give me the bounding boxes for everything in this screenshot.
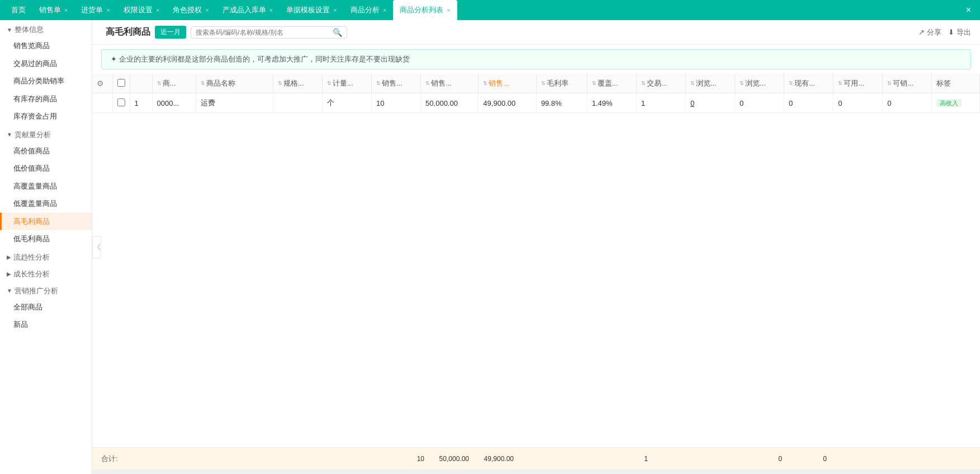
sidebar-item-low-coverage[interactable]: 低覆盖量商品 bbox=[0, 195, 92, 213]
row-sellable: 0 bbox=[883, 93, 932, 113]
close-icon[interactable]: × bbox=[447, 7, 450, 13]
footer-sales-cost: 49,900.00 bbox=[474, 455, 518, 463]
col-sales-amount[interactable]: ⇅销售... bbox=[421, 74, 479, 93]
col-available-stock[interactable]: ⇅可用... bbox=[834, 74, 883, 93]
col-browse2[interactable]: ⇅浏览... bbox=[735, 74, 784, 93]
close-icon[interactable]: × bbox=[205, 7, 209, 13]
horizontal-scrollbar[interactable] bbox=[92, 470, 980, 474]
export-button[interactable]: ⬇ 导出 bbox=[948, 27, 971, 37]
select-all-checkbox[interactable] bbox=[117, 79, 125, 87]
footer-bar: 合计: 10 50,000.00 49,900.00 1 0 0 bbox=[92, 447, 980, 470]
close-all-button[interactable]: × bbox=[962, 5, 976, 15]
row-select-checkbox[interactable] bbox=[117, 98, 125, 106]
search-box: 🔍 bbox=[191, 26, 347, 39]
col-settings[interactable]: ⚙ bbox=[92, 74, 112, 93]
col-index bbox=[130, 74, 152, 93]
sidebar-item-high-margin[interactable]: 高毛利商品 bbox=[0, 213, 92, 231]
search-icon[interactable]: 🔍 bbox=[333, 28, 342, 37]
chevron-down-icon: ▼ bbox=[7, 132, 12, 138]
sidebar-section-overall[interactable]: ▼ 整体信息 bbox=[0, 20, 92, 37]
col-code[interactable]: ⇅商... bbox=[152, 74, 196, 93]
close-icon[interactable]: × bbox=[64, 7, 68, 13]
nav-item-sales[interactable]: 销售单 × bbox=[32, 0, 74, 20]
sidebar-item-low-margin[interactable]: 低毛利商品 bbox=[0, 230, 92, 248]
col-checkbox bbox=[112, 74, 130, 93]
sidebar-collapse-button[interactable]: 《 bbox=[92, 236, 101, 259]
close-icon[interactable]: × bbox=[333, 7, 337, 13]
sidebar-item-stock-capital[interactable]: 库存资金占用 bbox=[0, 107, 92, 125]
sort-icon: ⇅ bbox=[541, 81, 546, 86]
nav-item-product-analysis-list[interactable]: 商品分析列表 × bbox=[393, 0, 457, 20]
nav-item-home[interactable]: 首页 bbox=[4, 0, 32, 20]
sidebar-item-in-stock[interactable]: 有库存的商品 bbox=[0, 90, 92, 108]
export-icon: ⬇ bbox=[948, 28, 954, 36]
sidebar-section-flow[interactable]: ▶ 流趋性分析 bbox=[0, 248, 92, 265]
sidebar-item-category-assist-rate[interactable]: 商品分类助销率 bbox=[0, 72, 92, 90]
sidebar-item-new-products[interactable]: 新品 bbox=[0, 316, 92, 334]
share-icon: ↗ bbox=[919, 28, 925, 36]
row-sales-amount: 50,000.00 bbox=[421, 93, 479, 113]
row-sales-cost: 49,900.00 bbox=[479, 93, 536, 113]
chevron-right-icon: ▶ bbox=[7, 271, 11, 277]
nav-item-permissions[interactable]: 权限设置 × bbox=[117, 0, 166, 20]
sidebar: ▼ 整体信息 销售览商品 交易过的商品 商品分类助销率 有库存的商品 库存资金占… bbox=[0, 20, 92, 474]
product-table: ⚙ ⇅商... ⇅商品名称 ⇅规格... bbox=[92, 74, 980, 113]
nav-item-purchase[interactable]: 进货单 × bbox=[74, 0, 116, 20]
sidebar-section-growth[interactable]: ▶ 成长性分析 bbox=[0, 265, 92, 281]
close-icon[interactable]: × bbox=[383, 7, 386, 13]
col-tag: 标签 bbox=[932, 74, 980, 93]
sidebar-item-high-coverage[interactable]: 高覆盖量商品 bbox=[0, 177, 92, 195]
row-spec bbox=[273, 93, 322, 113]
nav-item-product-analysis[interactable]: 商品分析 × bbox=[344, 0, 393, 20]
col-sales-cost[interactable]: ⇅销售... bbox=[479, 74, 536, 93]
row-checkbox[interactable] bbox=[112, 93, 130, 113]
col-spec[interactable]: ⇅规格... bbox=[273, 74, 322, 93]
sort-icon: ⇅ bbox=[201, 81, 205, 86]
sidebar-section-contribution[interactable]: ▼ 贡献量分析 bbox=[0, 125, 92, 142]
sidebar-item-sales-overview[interactable]: 销售览商品 bbox=[0, 37, 92, 55]
col-trade[interactable]: ⇅交易... bbox=[636, 74, 685, 93]
table-row: 1 0000... 运费 个 10 50,000.00 49,900.00 99… bbox=[92, 93, 980, 113]
main-layout: ▼ 整体信息 销售览商品 交易过的商品 商品分类助销率 有库存的商品 库存资金占… bbox=[0, 20, 980, 474]
close-icon[interactable]: × bbox=[106, 7, 110, 13]
sort-icon: ⇅ bbox=[327, 81, 332, 86]
sort-icon: ⇅ bbox=[483, 81, 487, 86]
sort-icon: ⇅ bbox=[376, 81, 381, 86]
close-icon[interactable]: × bbox=[269, 7, 273, 13]
footer-trade: 1 bbox=[608, 455, 652, 463]
search-input[interactable] bbox=[196, 29, 330, 36]
row-trade: 1 bbox=[636, 93, 685, 113]
footer-sales-amount: 50,000.00 bbox=[429, 455, 474, 463]
share-button[interactable]: ↗ 分享 bbox=[919, 27, 941, 37]
col-gross-margin[interactable]: ⇅毛利率 bbox=[536, 74, 587, 93]
filter-recent-month-button[interactable]: 近一月 bbox=[155, 26, 186, 39]
top-navigation: 首页 销售单 × 进货单 × 权限设置 × 角色授权 × 产成品入库单 × 单据… bbox=[0, 0, 980, 20]
sidebar-item-low-value[interactable]: 低价值商品 bbox=[0, 159, 92, 177]
sort-icon: ⇅ bbox=[157, 81, 162, 86]
col-browse1[interactable]: ⇅浏览... bbox=[685, 74, 735, 93]
settings-icon[interactable]: ⚙ bbox=[97, 79, 104, 88]
col-sales-qty[interactable]: ⇅销售... bbox=[372, 74, 421, 93]
nav-item-roles[interactable]: 角色授权 × bbox=[166, 0, 215, 20]
col-coverage[interactable]: ⇅覆盖... bbox=[587, 74, 636, 93]
col-name[interactable]: ⇅商品名称 bbox=[196, 74, 273, 93]
sort-icon: ⇅ bbox=[592, 81, 596, 86]
col-unit[interactable]: ⇅计量... bbox=[322, 74, 371, 93]
sort-icon: ⇅ bbox=[425, 81, 430, 86]
header-actions: ↗ 分享 ⬇ 导出 bbox=[919, 27, 971, 37]
col-current-stock[interactable]: ⇅现有... bbox=[784, 74, 834, 93]
sort-icon: ⇅ bbox=[641, 81, 646, 86]
sidebar-item-high-value[interactable]: 高价值商品 bbox=[0, 142, 92, 160]
col-sellable[interactable]: ⇅可销... bbox=[883, 74, 932, 93]
sidebar-section-marketing[interactable]: ▼ 营销推广分析 bbox=[0, 281, 92, 298]
row-browse1[interactable]: 0 bbox=[685, 93, 735, 113]
sidebar-item-all-products[interactable]: 全部商品 bbox=[0, 298, 92, 316]
nav-item-template[interactable]: 单据模板设置 × bbox=[280, 0, 343, 20]
nav-item-warehouse[interactable]: 产成品入库单 × bbox=[216, 0, 280, 20]
close-icon[interactable]: × bbox=[156, 7, 159, 13]
row-sales-qty: 10 bbox=[372, 93, 421, 113]
row-name: 运费 bbox=[196, 93, 273, 113]
sidebar-item-traded-products[interactable]: 交易过的商品 bbox=[0, 55, 92, 73]
table-container[interactable]: ⚙ ⇅商... ⇅商品名称 ⇅规格... bbox=[92, 74, 980, 447]
row-index: 1 bbox=[130, 93, 152, 113]
